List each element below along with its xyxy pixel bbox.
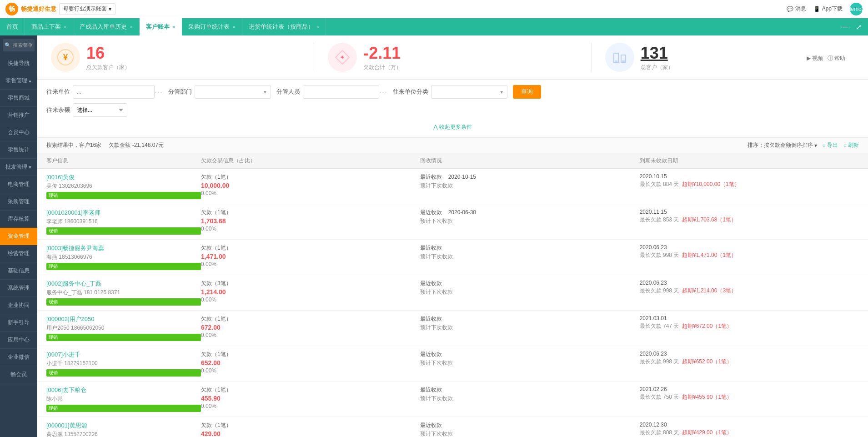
tab-bar: 首页 商品上下架 × 产成品入库单历史 × 客户账本 × 采购订单统计表 × 进… <box>0 18 868 35</box>
recovery-cell: 最近收款 2020-10-15 预计下次收款 <box>420 173 639 190</box>
summary-left: 搜索结果中，客户16家 欠款金额 -21,148.07元 <box>46 141 164 149</box>
overdue-link[interactable]: 超期¥10,000.00（1笔） <box>682 181 740 187</box>
sidebar-item-retail-shop[interactable]: 零售商城 <box>0 90 37 107</box>
overdue-link[interactable]: 超期¥1,703.68（1笔） <box>682 216 737 223</box>
top-right: 💬 消息 📱 App下载 demo2 <box>787 3 863 15</box>
svg-text:✦: ✦ <box>340 54 345 61</box>
recovery-cell: 最近收款 预计下次收款 <box>420 386 639 402</box>
tab-purchase-stats[interactable]: 采购订单统计表 × <box>182 18 242 35</box>
sidebar-item-basic-info[interactable]: 基础信息 <box>0 262 37 280</box>
recovery-cell: 最近收款 预计下次收款 <box>420 351 639 367</box>
customer-name-link[interactable]: [000001]黄思源 <box>46 422 201 430</box>
tab-production-history[interactable]: 产成品入库单历史 × <box>73 18 139 35</box>
customer-name-link[interactable]: [0002]服务中心_丁磊 <box>46 280 201 288</box>
debt-info-cell: 欠款（1笔） 652.00 0.00% <box>201 351 420 374</box>
debt-count: 欠款（1笔） <box>201 422 420 429</box>
sidebar-item-sys-mgmt[interactable]: 系统管理 <box>0 280 37 297</box>
overdue-link[interactable]: 超期¥652.00（1笔） <box>682 358 732 365</box>
sort-btn[interactable]: 排序：按欠款金额倒序排序 ▾ <box>748 141 817 149</box>
sidebar-item-batch-mgmt[interactable]: 批发管理 ▼ <box>0 159 37 176</box>
debt-percent: 0.00% <box>201 332 420 338</box>
tab-products-on-off[interactable]: 商品上下架 × <box>25 18 73 35</box>
sidebar-item-retail-mgmt[interactable]: 零售管理 ▲ <box>0 72 37 90</box>
overdue-link[interactable]: 超期¥672.00（1笔） <box>682 323 732 329</box>
customer-tag: 现销 <box>46 227 201 235</box>
tab-expand-btn[interactable]: ⤢ <box>853 22 864 32</box>
chevron-down-icon: ▾ <box>814 142 817 149</box>
customer-name-link[interactable]: [0007]小进千 <box>46 351 201 359</box>
collapse-bar[interactable]: ⋀ 收起更多条件 <box>46 121 859 135</box>
message-btn[interactable]: 💬 消息 <box>787 5 806 13</box>
close-tab-production[interactable]: × <box>130 24 132 30</box>
debt-percent: 0.00% <box>201 367 420 374</box>
recovery-cell: 最近收款 预计下次收款 <box>420 280 639 296</box>
customer-name-link[interactable]: [0001020001]李老师 <box>46 209 201 217</box>
dept-label: 分管部门 <box>168 88 192 96</box>
stat-card-debt-amount: ✦ -2.11 欠款合计（万） <box>314 43 591 72</box>
sidebar-item-enterprise-collab[interactable]: 企业协同 <box>0 297 37 314</box>
sidebar-item-new-guide[interactable]: 新手引导 <box>0 314 37 332</box>
supplier-input[interactable] <box>73 85 155 99</box>
stat-view-actions: ▶ 视频 ⓘ 帮助 <box>807 53 854 62</box>
dept-input[interactable] <box>195 85 271 99</box>
sidebar-item-quick-nav[interactable]: 快捷导航 <box>0 55 37 72</box>
customer-name-link[interactable]: [000002]用户2050 <box>46 315 201 323</box>
overdue-link[interactable]: 超期¥429.00（1笔） <box>682 429 732 436</box>
help-btn[interactable]: ⓘ 帮助 <box>828 55 845 62</box>
table-row: [0007]小进千 小进千 18279152100 现销 欠款（1笔） 652.… <box>37 346 868 382</box>
overdue-link[interactable]: 超期¥1,471.00（1笔） <box>682 252 737 258</box>
table-row: [0003]畅捷服务尹海蕊 海燕 18513066976 现销 欠款（1笔） 1… <box>37 240 868 275</box>
debt-customers-label: 总欠款客户（家） <box>86 64 130 71</box>
search-button[interactable]: 查询 <box>513 85 541 99</box>
customer-info-cell: [0006]去下粮仓 陈小邦 现销 <box>46 386 201 412</box>
customer-name-link[interactable]: [0016]吴俊 <box>46 173 201 181</box>
close-tab-purchase[interactable]: × <box>232 24 235 30</box>
table-header: 客户信息 欠款交易信息（占比） 回收情况 到期未收款日期 <box>37 153 868 169</box>
close-tab-products[interactable]: × <box>64 24 66 30</box>
svg-rect-6 <box>615 60 617 62</box>
customer-name-link[interactable]: [0003]畅捷服务尹海蕊 <box>46 244 201 252</box>
sidebar-item-app-center[interactable]: 应用中心 <box>0 332 37 349</box>
sidebar-item-purchase[interactable]: 采购管理 <box>0 193 37 211</box>
supplier-label: 往来单位 <box>46 88 70 96</box>
close-tab-customer[interactable]: × <box>172 24 175 30</box>
sidebar-item-ecom[interactable]: 电商管理 <box>0 176 37 193</box>
sidebar-item-enterprise-wechat[interactable]: 企业微信 <box>0 349 37 366</box>
tab-stock-stats[interactable]: 进货单统计表（按商品） × <box>242 18 326 35</box>
due-date-cell: 2020.06.23 最长欠款 998 天 超期¥1,214.00（3笔） <box>640 280 859 295</box>
debt-amount-number: -2.11 <box>363 44 401 63</box>
collapse-icon: ⋀ <box>433 124 438 130</box>
person-input[interactable] <box>303 85 379 99</box>
overdue-link[interactable]: 超期¥1,214.00（3笔） <box>682 287 737 294</box>
sidebar-item-marketing[interactable]: 营销推广 <box>0 107 37 124</box>
sidebar-item-stock-check[interactable]: 库存核算 <box>0 211 37 228</box>
sidebar-item-fund-mgmt[interactable]: 资金管理 <box>0 228 37 245</box>
customer-name-link[interactable]: [0006]去下粮仓 <box>46 386 201 394</box>
balance-select[interactable]: 选择... <box>73 103 127 117</box>
tab-home[interactable]: 首页 <box>0 18 25 35</box>
export-btn[interactable]: ○ 导出 <box>823 141 838 149</box>
view-video-btn[interactable]: ▶ 视频 <box>807 55 823 62</box>
tab-minimize-btn[interactable]: — <box>838 22 851 32</box>
overdue-link[interactable]: 超期¥455.90（1笔） <box>682 394 732 400</box>
sidebar-item-member[interactable]: 会员中心 <box>0 124 37 141</box>
store-selector[interactable]: 母婴行业演示账套 ▾ <box>59 3 115 15</box>
user-avatar-btn[interactable]: demo2 <box>850 3 863 15</box>
yuan-icon: ¥ <box>57 49 74 66</box>
customer-phone: 李老师 18600391516 <box>46 218 201 226</box>
main-layout: 🔍 搜索菜单 快捷导航 零售管理 ▲ 零售商城 营销推广 会员中心 零售统计 批… <box>0 35 868 437</box>
recovery-cell: 最近收款 2020-06-30 预计下次收款 <box>420 209 639 225</box>
debt-count: 欠款（3笔） <box>201 280 420 287</box>
close-tab-stock[interactable]: × <box>316 24 319 30</box>
sidebar-item-biz-mgmt[interactable]: 经营管理 <box>0 245 37 262</box>
category-input[interactable] <box>431 85 507 99</box>
sidebar-search-btn[interactable]: 🔍 搜索菜单 <box>3 39 35 51</box>
sidebar-item-retail-stats[interactable]: 零售统计 <box>0 141 37 159</box>
app-download-btn[interactable]: 📱 App下载 <box>813 5 843 13</box>
tab-customer-account[interactable]: 客户账本 × <box>140 18 182 35</box>
person-dots[interactable]: ··· <box>379 87 387 97</box>
sidebar-item-vip-member[interactable]: 畅会员 <box>0 366 37 383</box>
refresh-btn[interactable]: ○ 刷新 <box>843 141 859 149</box>
chevron-down-icon: ▼ <box>28 165 32 170</box>
supplier-dots[interactable]: ··· <box>155 87 163 97</box>
